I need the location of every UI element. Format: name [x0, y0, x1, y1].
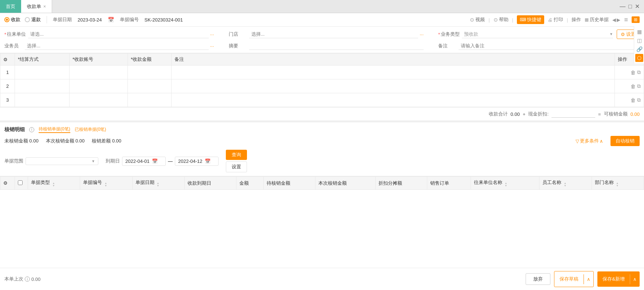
abandon-btn[interactable]: 放弃	[526, 273, 550, 285]
bottom-section: 核销明细 i 待核销单据(0笔) 已核销单据(0笔) 未核销金额 0.00 本次…	[0, 122, 644, 290]
range-arrow-icon: ▼	[91, 159, 95, 163]
maximize-button[interactable]: □	[628, 3, 632, 10]
close-button[interactable]: ✕	[635, 3, 640, 10]
chevron-up-icon: ∧	[600, 138, 603, 144]
receipt-type-radio-group: 收款 退款	[4, 16, 41, 23]
save-draft-label: 保存草稿	[554, 274, 584, 285]
tab-receipt[interactable]: 收款单 ×	[21, 0, 52, 13]
range-select[interactable]: ▼	[25, 157, 98, 165]
date-to-picker[interactable]: 2022-04-12 📅	[175, 157, 219, 166]
verify-info-icon[interactable]: i	[29, 127, 34, 132]
sidebar-expand-icon[interactable]: ⬡	[635, 54, 643, 62]
bottom-th-checkbox[interactable]	[15, 177, 28, 190]
row-1-settlement[interactable]	[15, 66, 70, 79]
sort-type[interactable]: ▲▼	[52, 182, 55, 187]
query-btn[interactable]: 查询	[226, 150, 247, 160]
table-gear-th[interactable]: ⚙	[0, 54, 15, 66]
sort-date[interactable]: ▲▼	[157, 182, 159, 187]
verify-tab-done[interactable]: 已核销单据(0笔)	[75, 126, 106, 133]
history-btn[interactable]: ▦ 历史单据	[585, 16, 609, 23]
menu-icon[interactable]: ≡	[624, 16, 628, 24]
help-btn[interactable]: ⊙ 帮助	[494, 16, 508, 23]
available-value: 0.00	[631, 111, 640, 117]
save-new-btn[interactable]: 保存&新增 ∧	[597, 271, 640, 287]
verify-settings-btn[interactable]: 设置	[226, 161, 247, 172]
verify-tab-pending[interactable]: 待核销单据(0笔)	[39, 126, 70, 133]
filter-icon: ▽	[576, 138, 579, 144]
more-conditions-btn[interactable]: ▽ 更多条件 ∧	[576, 138, 603, 144]
sidebar-table-icon[interactable]: ▦	[635, 28, 643, 36]
query-buttons: 查询 设置	[226, 150, 247, 172]
sort-dept[interactable]: ▲▼	[616, 182, 619, 187]
row-3-account[interactable]	[70, 93, 128, 107]
store-input[interactable]	[249, 30, 419, 38]
tab-home[interactable]: 首页	[0, 0, 21, 13]
row-3-remark[interactable]	[172, 93, 615, 107]
row-3-copy-icon[interactable]: ⧉	[637, 97, 641, 103]
available-label: 可核销金额	[604, 111, 628, 117]
row-2-amount[interactable]	[128, 79, 172, 93]
prev-info-icon[interactable]: i	[25, 277, 30, 282]
date-value: 2023-03-24	[78, 17, 102, 23]
save-draft-arrow[interactable]: ∧	[584, 274, 593, 284]
row-1-num: 1	[0, 66, 15, 79]
operation-label: 操作	[572, 16, 581, 23]
row-1-remark[interactable]	[172, 66, 615, 79]
th-amount: *收款金额	[128, 54, 172, 66]
footer-bar: 本单上次 i 0.00 放弃 保存草稿 ∧ 保存&新增 ∧	[0, 268, 644, 290]
print-btn[interactable]: 🖨 打印	[548, 16, 563, 23]
row-1-account[interactable]	[70, 66, 128, 79]
bottom-th-gear[interactable]: ⚙	[0, 177, 15, 190]
sort-staff[interactable]: ▲▼	[564, 182, 566, 187]
date-range-dash: —	[168, 158, 173, 164]
total-label: 收款合计	[489, 111, 508, 117]
sort-counterpart[interactable]: ▲▼	[505, 182, 507, 187]
business-type-select[interactable]: ▼	[462, 30, 613, 38]
remark-input[interactable]	[459, 42, 640, 50]
row-2-remark[interactable]	[172, 79, 615, 93]
store-more-icon[interactable]: ···	[420, 32, 424, 37]
row-3-delete-icon[interactable]: 🗑	[631, 97, 636, 103]
save-new-arrow[interactable]: ∧	[630, 274, 640, 284]
discount-input[interactable]	[551, 110, 595, 118]
tab-close-icon[interactable]: ×	[43, 4, 46, 9]
verify-section: 核销明细 i 待核销单据(0笔) 已核销单据(0笔) 未核销金额 0.00 本次…	[0, 122, 644, 176]
help-icon: ⊙	[494, 17, 498, 23]
row-2-delete-icon[interactable]: 🗑	[631, 83, 636, 89]
video-btn[interactable]: ⊙ 视频	[470, 16, 485, 23]
counterpart-more-icon[interactable]: ···	[210, 32, 214, 37]
date-from-picker[interactable]: 2022-04-01 📅	[122, 157, 166, 166]
row-3-settlement[interactable]	[15, 93, 70, 107]
main-content: 收款 退款 单据日期 2023-03-24 📅 单据编号 SK-20230324…	[0, 13, 644, 290]
operation-btn[interactable]: 操作	[572, 16, 581, 23]
prev-arrow[interactable]: ◀	[612, 17, 616, 23]
counterpart-required: *	[4, 32, 6, 37]
counterpart-input[interactable]	[28, 30, 209, 38]
row-1-copy-icon[interactable]: ⧉	[637, 69, 641, 75]
select-all-checkbox[interactable]	[18, 180, 23, 185]
row-1-amount[interactable]	[128, 66, 172, 79]
remark-field: 备注	[424, 42, 640, 50]
radio-receipt[interactable]: 收款	[4, 16, 20, 23]
sidebar-doc-icon[interactable]: ◫	[635, 36, 643, 44]
row-2-account[interactable]	[70, 79, 128, 93]
sidebar-link-icon[interactable]: 🔗	[635, 45, 643, 53]
business-type-input[interactable]	[462, 30, 608, 38]
row-2-settlement[interactable]	[15, 79, 70, 93]
row-3-amount[interactable]	[128, 93, 172, 107]
save-draft-btn[interactable]: 保存草稿 ∧	[554, 271, 594, 287]
bottom-th-amount: 金额	[236, 177, 264, 190]
auto-verify-btn[interactable]: 自动核销	[610, 136, 640, 146]
sort-number[interactable]: ▲▼	[105, 182, 107, 187]
radio-refund[interactable]: 退款	[25, 16, 41, 23]
row-1-delete-icon[interactable]: 🗑	[631, 70, 636, 75]
row-2-copy-icon[interactable]: ⧉	[637, 83, 641, 89]
staff-more-icon[interactable]: ···	[210, 43, 214, 49]
summary-input[interactable]	[249, 42, 424, 50]
grid-view-btn[interactable]: ⊞	[632, 16, 640, 23]
staff-input[interactable]	[25, 42, 209, 50]
minimize-button[interactable]: —	[620, 3, 625, 10]
shortcut-btn[interactable]: ⌨ 快捷键	[517, 15, 544, 24]
calendar-icon[interactable]: 📅	[108, 17, 114, 23]
next-arrow[interactable]: ▶	[617, 17, 620, 23]
